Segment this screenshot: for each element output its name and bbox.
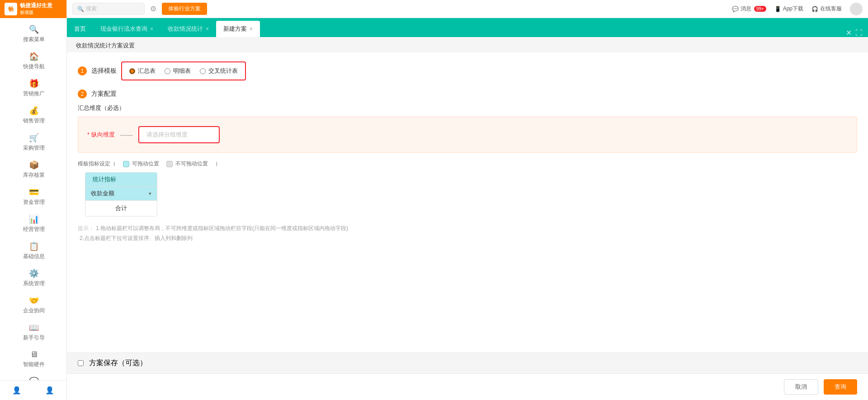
dimension-arrow: —— [120, 131, 133, 138]
logo-icon: 畅 [5, 3, 17, 15]
tab-home[interactable]: 首页 [67, 21, 93, 37]
dimension-input[interactable]: 请选择分组维度 [138, 126, 220, 143]
metrics-header: 模板指标设定（ 可拖动位置 不可拖动位置 ） [78, 160, 857, 168]
message-icon: 💬 [732, 6, 739, 12]
save-checkbox[interactable] [78, 360, 84, 366]
metrics-table: 统计指标 收款金额 ▾ 合计 [85, 172, 157, 216]
tab-close-receipt-stats[interactable]: × [206, 26, 209, 32]
radio-summary-input[interactable] [129, 68, 135, 74]
sidebar-bottom: 👤 👤 [0, 380, 66, 400]
radio-detail[interactable]: 明细表 [165, 67, 191, 75]
sidebar-item-label: 智能硬件 [23, 361, 45, 368]
expand-icon[interactable]: ⛶ [855, 29, 863, 37]
query-button[interactable]: 查询 [824, 379, 857, 395]
sidebar-item-label: 搜索菜单 [23, 36, 45, 43]
step2-title: 方案配置 [91, 90, 117, 98]
sidebar-item-label: 营销推广 [23, 90, 45, 98]
chat-icon: 💬 [29, 376, 39, 380]
tab-close-bank-flow[interactable]: × [150, 26, 153, 32]
user-avatar[interactable] [850, 3, 863, 15]
sidebar-item-label: 经营管理 [23, 226, 45, 233]
radio-summary[interactable]: 汇总表 [129, 67, 156, 75]
main: 🔍 搜索 ⚙ 体验行业方案 💬 消息 99+ 📱 App下载 🎧 在线客服 首页 [67, 0, 868, 400]
sidebar-item-label: 库存核算 [23, 171, 45, 179]
step2-section: 2 方案配置 汇总维度（必选） * 纵向维度 —— 请选择分组维度 [78, 89, 857, 243]
sidebar-item-hardware[interactable]: 🖥 智能硬件 [0, 345, 66, 372]
sidebar-item-inventory[interactable]: 📦 库存核算 [0, 155, 66, 183]
monitor-icon: 🖥 [30, 350, 38, 359]
sidebar-bottom-item-1[interactable]: 👤 [0, 384, 33, 396]
topbar-search[interactable]: 🔍 搜索 [72, 3, 145, 15]
sidebar-item-label: 销售管理 [23, 117, 45, 125]
sidebar-item-quick-nav[interactable]: 🏠 快捷导航 [0, 47, 66, 74]
sidebar-item-search[interactable]: 🔍 搜索菜单 [0, 20, 66, 47]
service-icon: 🎧 [811, 6, 818, 12]
sidebar: 畅 畅捷通好生意 标准版 🔍 搜索菜单 🏠 快捷导航 🎁 营销推广 💰 销售管理… [0, 0, 67, 400]
money-icon: 💰 [29, 106, 39, 116]
legend-fixed: 不可拖动位置 [166, 160, 208, 168]
message-item[interactable]: 💬 消息 99+ [732, 5, 766, 13]
sidebar-item-label: 基础信息 [23, 253, 45, 260]
close-window-icon[interactable]: ✕ [846, 28, 852, 37]
save-label[interactable]: 方案保存（可选） [89, 358, 147, 368]
fixed-dot [166, 161, 173, 167]
sidebar-item-operation[interactable]: 📊 经营管理 [0, 210, 66, 237]
search-placeholder: 搜索 [86, 5, 97, 13]
topbar: 🔍 搜索 ⚙ 体验行业方案 💬 消息 99+ 📱 App下载 🎧 在线客服 [67, 0, 868, 18]
dimension-label: * 纵向维度 [87, 131, 115, 139]
download-item[interactable]: 📱 App下载 [774, 5, 803, 13]
step2-header: 2 方案配置 [78, 89, 857, 99]
sidebar-item-basic[interactable]: 📋 基础信息 [0, 237, 66, 264]
save-section: 方案保存（可选） [67, 353, 868, 373]
sidebar-item-sales[interactable]: 💰 销售管理 [0, 101, 66, 128]
footer-actions: 取消 查询 [67, 373, 868, 400]
chevron-down-icon: ▾ [149, 191, 151, 197]
avatar-icon-1: 👤 [12, 386, 21, 395]
chart-icon: 📊 [29, 214, 39, 224]
step1-header: 1 选择模板 汇总表 明细表 交叉统计表 [78, 61, 857, 80]
sidebar-item-newbie[interactable]: 📖 新手引导 [0, 318, 66, 345]
tab-close-new-plan[interactable]: × [250, 26, 253, 32]
service-item[interactable]: 🎧 在线客服 [811, 5, 842, 13]
sidebar-item-wechat[interactable]: 💬 企业微信 [0, 372, 66, 380]
sidebar-item-capital[interactable]: 💳 资金管理 [0, 183, 66, 210]
dimension-config-label: 汇总维度（必选） [78, 104, 857, 112]
tab-bank-flow[interactable]: 现金银行流水查询 × [93, 21, 160, 37]
sidebar-item-label: 快捷导航 [23, 63, 45, 71]
metrics-col-header[interactable]: 收款金额 ▾ [85, 187, 157, 201]
card-icon: 💳 [29, 187, 39, 197]
template-select: 汇总表 明细表 交叉统计表 [121, 61, 246, 80]
sidebar-item-marketing[interactable]: 🎁 营销推广 [0, 74, 66, 101]
tab-receipt-stats[interactable]: 收款情况统计 × [160, 21, 216, 37]
book-icon: 📖 [29, 323, 39, 333]
sidebar-item-system[interactable]: ⚙️ 系统管理 [0, 264, 66, 291]
step1-badge: 1 [78, 66, 87, 75]
trial-btn[interactable]: 体验行业方案 [162, 3, 207, 15]
sidebar-item-purchase[interactable]: 🛒 采购管理 [0, 128, 66, 155]
sidebar-item-collab[interactable]: 🤝 企业协同 [0, 291, 66, 318]
topbar-right: 💬 消息 99+ 📱 App下载 🎧 在线客服 [732, 3, 863, 15]
box-icon: 📦 [29, 160, 39, 170]
avatar-icon-2: 👤 [45, 386, 54, 395]
logo-name: 畅捷通好生意 [20, 2, 52, 9]
tip-1: 提示： 1.拖动标题栏可以调整布局，不可跨维度或指标区域拖动栏目字段(只能在同一… [78, 224, 857, 234]
dimension-config: 汇总维度（必选） * 纵向维度 —— 请选择分组维度 [78, 104, 857, 153]
gift-icon: 🎁 [29, 79, 39, 89]
cancel-button[interactable]: 取消 [784, 379, 818, 395]
dimension-area: * 纵向维度 —— 请选择分组维度 [78, 117, 857, 153]
sidebar-bottom-item-2[interactable]: 👤 [33, 384, 67, 396]
metrics-table-header: 统计指标 [85, 173, 157, 187]
radio-detail-input[interactable] [165, 68, 170, 74]
legend-movable: 可拖动位置 [123, 160, 159, 168]
message-badge: 99+ [754, 6, 766, 12]
handshake-icon: 🤝 [29, 296, 39, 306]
settings-icon[interactable]: ⚙ [150, 5, 156, 13]
radio-cross[interactable]: 交叉统计表 [200, 67, 238, 75]
tab-new-plan[interactable]: 新建方案 × [216, 21, 260, 37]
sidebar-item-label: 新手引导 [23, 334, 45, 342]
metrics-config: 模板指标设定（ 可拖动位置 不可拖动位置 ） [78, 160, 857, 216]
radio-cross-input[interactable] [200, 68, 206, 74]
sidebar-item-label: 采购管理 [23, 144, 45, 152]
tabbar: 首页 现金银行流水查询 × 收款情况统计 × 新建方案 × ✕ ⛶ [67, 18, 868, 37]
gear-icon: ⚙️ [29, 268, 39, 278]
